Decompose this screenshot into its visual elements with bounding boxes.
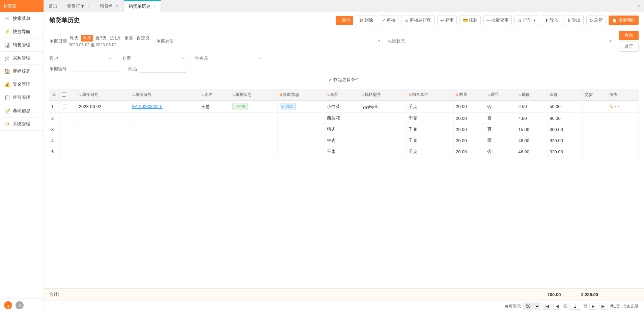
page-number-input[interactable]	[569, 303, 581, 310]
goods-ellipsis-icon[interactable]: ···	[188, 66, 192, 71]
table-col-spec[interactable]: ⇅规格型号	[359, 89, 407, 101]
doc-no-input[interactable]	[69, 66, 123, 72]
doc-type-input[interactable]	[177, 38, 377, 44]
salesman-input[interactable]	[212, 55, 259, 61]
sidebar-bottom-pause[interactable]: ⏸	[16, 301, 24, 309]
page-size-select[interactable]: 50 10 20 100	[523, 303, 540, 310]
row-collection-status	[277, 146, 325, 157]
filter-settings-button[interactable]: 设置	[619, 42, 639, 52]
filter-row-1: 单据日期 昨天 今天 近7天 近1月 更多 自定义 2023-06-02 至 2…	[49, 31, 639, 52]
table-col-quantity[interactable]: ⇅数量	[454, 89, 485, 101]
table-checkbox-col[interactable]	[59, 89, 77, 101]
tab-sales-order[interactable]: 销售订单 ×	[62, 0, 95, 12]
last-page-button[interactable]: ▶|	[599, 303, 608, 310]
goods-input[interactable]	[140, 66, 188, 72]
sidebar-item-label: 采购管理	[13, 55, 30, 61]
row-doc-date	[77, 113, 130, 124]
audit-button[interactable]: ✓ 审核	[379, 16, 398, 25]
sidebar-item-quick-nav[interactable]: ⚡ 快捷导航	[0, 25, 44, 38]
sidebar-item-purchase-mgmt[interactable]: 🛒 采购管理	[0, 52, 44, 65]
table-col-doc-no[interactable]: ⇅单据编号	[130, 89, 199, 101]
row-checkbox[interactable]	[62, 104, 66, 108]
date-tab-more[interactable]: 更多	[123, 35, 134, 42]
next-page-button[interactable]: ▶	[589, 303, 597, 310]
show-detail-button[interactable]: 📋 显示明细	[609, 16, 639, 25]
date-tab-custom[interactable]: 自定义	[136, 35, 151, 42]
first-page-button[interactable]: |◀	[542, 303, 551, 310]
collect-button[interactable]: 💳 收款	[459, 16, 481, 25]
prev-page-button[interactable]: ◀	[553, 303, 561, 310]
sidebar-item-sales-mgmt[interactable]: 📊 销售管理	[0, 38, 44, 52]
table-col-doc-date[interactable]: ⇅单据日期	[77, 89, 130, 101]
sidebar-item-inventory[interactable]: 🏠 库存核算	[0, 65, 44, 78]
sidebar-bottom-fire[interactable]: 🔥	[4, 301, 12, 309]
sidebar-item-search-menu[interactable]: ☰ 搜索菜单	[0, 12, 44, 25]
sort-icon-collection-status: ⇅	[280, 93, 282, 97]
table-col-doc-status[interactable]: ⇅单据状态	[230, 89, 277, 101]
refresh-button[interactable]: ↻ 刷新	[586, 16, 606, 25]
tab-delivery-close[interactable]: ×	[115, 4, 118, 8]
table-col-gift[interactable]: ⇅赠品	[485, 89, 516, 101]
date-tab-yesterday[interactable]: 昨天	[69, 35, 80, 42]
table-col-goods[interactable]: ⇅商品	[325, 89, 359, 101]
tab-delivery-history-close[interactable]: ×	[152, 4, 156, 8]
more-action[interactable]: ⋯	[615, 104, 619, 109]
date-tab-today[interactable]: 今天	[81, 35, 93, 42]
row-quantity: 20.00	[454, 113, 485, 124]
row-doc-status	[230, 135, 277, 146]
tab-delivery[interactable]: 销货单 ×	[95, 0, 123, 12]
table-col-collection-status[interactable]: ⇅收款状态	[277, 89, 325, 101]
table-col-customer[interactable]: ⇅客户	[199, 89, 230, 101]
print-button[interactable]: 🖨 打印 ▼	[514, 16, 539, 25]
sort-icon-doc-no: ⇅	[132, 93, 135, 97]
row-doc-status	[230, 113, 277, 124]
tab-home-label: 首页	[49, 3, 57, 9]
sidebar-item-system[interactable]: ⚙ 系统管理	[0, 118, 44, 131]
warehouse-ellipsis-icon[interactable]: ···	[181, 55, 186, 61]
table-col-unit-price[interactable]: ⇅单价	[516, 89, 548, 101]
collection-status-dropdown-icon[interactable]: ▼	[609, 39, 612, 43]
row-quantity: 20.00	[454, 124, 485, 135]
query-settings-group: 查询 设置	[619, 31, 639, 52]
row-sales-unit: 千克	[407, 146, 454, 157]
row-checkbox-cell[interactable]	[59, 135, 77, 146]
collapse-button[interactable]: ∧ 收起更多条件	[49, 75, 639, 84]
query-button[interactable]: 查询	[619, 31, 639, 40]
export-button[interactable]: ⬇ 导出	[564, 16, 584, 25]
table-row: 4 牛肉 千克 20.00 否 46.00 920.00	[49, 135, 639, 146]
doc-no-link[interactable]: SA-20230602-0	[132, 104, 163, 109]
row-checkbox-cell[interactable]	[59, 146, 77, 157]
select-all-checkbox[interactable]	[62, 92, 66, 97]
tab-sales-order-close[interactable]: ×	[87, 4, 90, 8]
date-tab-1month[interactable]: 近1月	[109, 35, 122, 42]
close-all-button[interactable]: ×	[635, 3, 644, 9]
new-button[interactable]: + 新增	[336, 16, 353, 25]
print-dropdown-icon: ▼	[533, 19, 536, 22]
date-tab-7days[interactable]: 近7天	[94, 35, 108, 42]
doc-type-dropdown-icon[interactable]: ▼	[377, 39, 381, 43]
salesman-ellipsis-icon[interactable]: ···	[259, 55, 263, 61]
row-checkbox-cell[interactable]	[59, 124, 77, 135]
warehouse-input[interactable]	[134, 55, 181, 61]
audit-print-button[interactable]: 🖨 审核并打印	[401, 16, 435, 25]
import-button[interactable]: ⬆ 导入	[542, 16, 561, 25]
row-checkbox-cell[interactable]	[59, 101, 77, 113]
table-settings-col[interactable]: ⚙	[49, 89, 59, 101]
sidebar-item-basic-info[interactable]: 📝 基础信息	[0, 104, 44, 118]
batch-change-button[interactable]: ✏ 批量变更	[483, 16, 512, 25]
table-col-sales-unit[interactable]: ⇅销售单位	[407, 89, 454, 101]
page-of-label: 页	[583, 304, 587, 309]
collection-status-input[interactable]	[409, 38, 609, 44]
customer-ellipsis-icon[interactable]: ···	[109, 55, 113, 61]
abandon-button[interactable]: ↩ 弃审	[437, 16, 457, 25]
sidebar-item-finance[interactable]: 💰 资金管理	[0, 78, 44, 91]
tab-delivery-history[interactable]: 销货单历史 ×	[124, 0, 161, 12]
delete-button[interactable]: 🗑 删除	[356, 16, 376, 25]
row-checkbox-cell[interactable]	[59, 113, 77, 124]
sidebar-item-operations[interactable]: 📋 经营管理	[0, 91, 44, 104]
edit-action[interactable]: ✎	[609, 104, 613, 109]
customer-input[interactable]	[61, 55, 109, 61]
tab-home[interactable]: 首页	[44, 0, 62, 12]
pagination-bar: 每页显示 50 10 20 100 |◀ ◀ 第 页 ▶ ▶| 共1页，5条记录	[44, 300, 644, 312]
row-index: 2	[49, 113, 59, 124]
